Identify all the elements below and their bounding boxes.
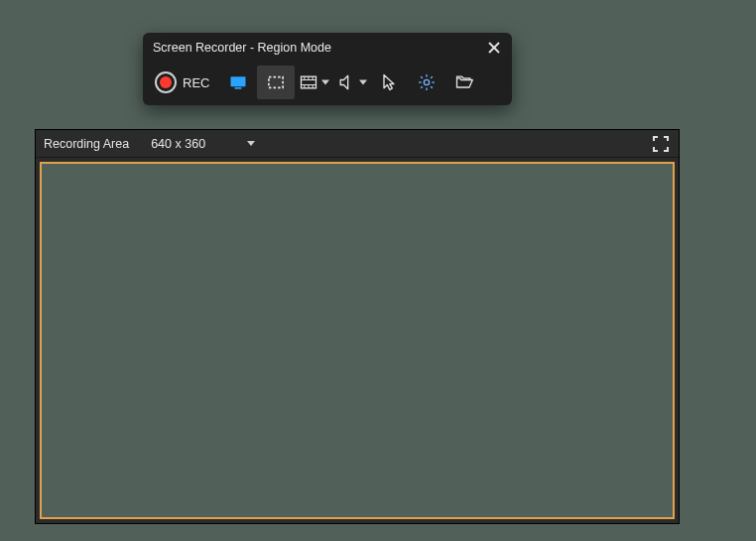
close-icon (488, 42, 500, 54)
dimension-value: 640 x 360 (151, 137, 205, 151)
window-title: Screen Recorder - Region Mode (153, 41, 331, 55)
toolbar-row: REC (143, 63, 512, 105)
record-icon (155, 71, 177, 93)
recording-area-header: Recording Area 640 x 360 (36, 130, 679, 158)
folder-open-icon (454, 72, 474, 92)
chevron-down-icon (247, 141, 255, 146)
gear-icon (417, 72, 437, 92)
video-format-button[interactable] (295, 66, 332, 99)
svg-point-14 (425, 79, 430, 84)
settings-button[interactable] (408, 66, 445, 99)
recording-area-label: Recording Area (44, 137, 129, 151)
fullscreen-mode-button[interactable] (219, 66, 257, 99)
svg-rect-2 (231, 76, 246, 86)
cursor-icon (379, 72, 399, 92)
expand-icon (653, 136, 669, 152)
svg-line-19 (422, 76, 424, 78)
audio-button[interactable] (332, 66, 370, 99)
record-label: REC (183, 75, 209, 90)
recorder-toolbar-window: Screen Recorder - Region Mode REC (143, 33, 512, 105)
cursor-options-button[interactable] (370, 66, 408, 99)
chevron-down-icon (359, 80, 367, 85)
titlebar: Screen Recorder - Region Mode (143, 33, 512, 63)
film-icon (299, 72, 318, 92)
svg-line-22 (432, 76, 434, 78)
region-select-icon (266, 72, 286, 92)
expand-button[interactable] (651, 134, 671, 154)
monitor-icon (228, 72, 248, 92)
chevron-down-icon (321, 80, 329, 85)
close-button[interactable] (484, 38, 504, 58)
svg-rect-4 (269, 77, 283, 88)
recording-region-canvas[interactable] (40, 162, 675, 519)
dimension-dropdown[interactable]: 640 x 360 (147, 134, 259, 154)
open-folder-button[interactable] (445, 66, 483, 99)
recording-area-window: Recording Area 640 x 360 (35, 129, 680, 524)
svg-rect-3 (235, 87, 242, 89)
region-mode-button[interactable] (257, 66, 295, 99)
svg-line-20 (432, 86, 434, 88)
record-button[interactable]: REC (149, 66, 219, 99)
speaker-icon (336, 72, 356, 92)
svg-line-21 (422, 86, 424, 88)
